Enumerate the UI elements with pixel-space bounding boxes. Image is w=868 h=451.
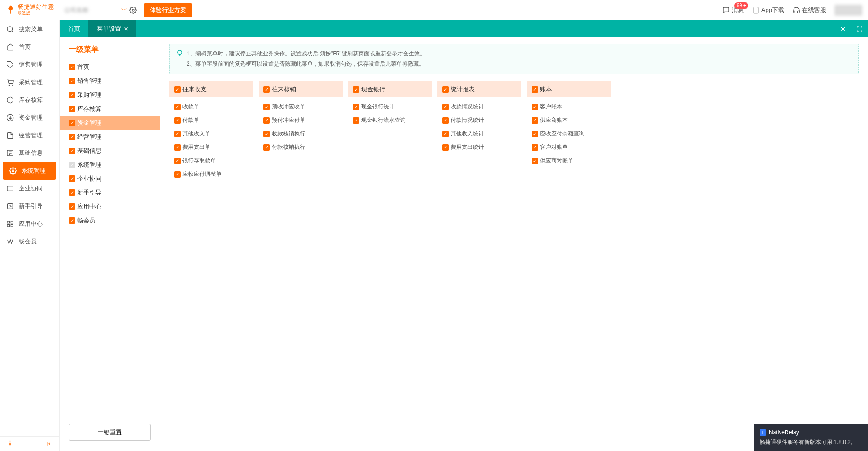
group-item[interactable]: ✓收款核销执行 xyxy=(259,127,343,141)
level1-item[interactable]: ✓库存核算 xyxy=(60,102,160,116)
group-header[interactable]: ✓统计报表 xyxy=(437,81,521,97)
group-item[interactable]: ✓供应商账本 xyxy=(527,114,611,127)
group-item[interactable]: ✓收款单 xyxy=(169,100,253,114)
checkbox-icon[interactable]: ✓ xyxy=(442,104,449,110)
group-item[interactable]: ✓客户账本 xyxy=(527,100,611,114)
checkbox-icon[interactable]: ✓ xyxy=(442,131,449,137)
checkbox-icon[interactable]: ✓ xyxy=(532,131,538,137)
sidebar-item-vip[interactable]: 畅会员 xyxy=(0,233,59,250)
group-header[interactable]: ✓账本 xyxy=(527,81,611,97)
checkbox-icon[interactable]: ✓ xyxy=(69,189,75,196)
group-header[interactable]: ✓往来核销 xyxy=(259,81,343,97)
tab-home[interactable]: 首页 xyxy=(60,20,88,37)
checkbox-icon[interactable]: ✓ xyxy=(353,117,359,124)
level1-item[interactable]: ✓应用中心 xyxy=(60,200,160,214)
checkbox-icon[interactable]: ✓ xyxy=(69,175,75,182)
group-item[interactable]: ✓其他收入单 xyxy=(169,127,253,141)
sidebar-item-info[interactable]: 基础信息 xyxy=(0,144,59,162)
group-item[interactable]: ✓应收应付调整单 xyxy=(169,168,253,181)
sidebar-item-guide[interactable]: 新手引导 xyxy=(0,197,59,215)
group-header[interactable]: ✓往来收支 xyxy=(169,81,253,97)
checkbox-icon[interactable]: ✓ xyxy=(69,78,75,84)
checkbox-icon[interactable]: ✓ xyxy=(532,117,538,124)
group-item[interactable]: ✓付款情况统计 xyxy=(437,114,521,127)
sidebar-item-home[interactable]: 首页 xyxy=(0,38,59,56)
level1-item[interactable]: ✓畅会员 xyxy=(60,214,160,228)
level1-item[interactable]: ✓基础信息 xyxy=(60,144,160,158)
trial-solution-button[interactable]: 体验行业方案 xyxy=(144,3,192,17)
checkbox-icon[interactable]: ✓ xyxy=(69,162,75,168)
checkbox-icon[interactable]: ✓ xyxy=(174,104,181,110)
checkbox-icon[interactable]: ✓ xyxy=(174,86,181,93)
sidebar-item-team[interactable]: 企业协同 xyxy=(0,180,59,197)
checkbox-icon[interactable]: ✓ xyxy=(442,117,449,124)
checkbox-icon[interactable]: ✓ xyxy=(442,86,449,93)
group-item[interactable]: ✓其他收入统计 xyxy=(437,127,521,141)
user-avatar[interactable] xyxy=(834,5,862,16)
checkbox-icon[interactable]: ✓ xyxy=(353,104,359,110)
checkbox-icon[interactable]: ✓ xyxy=(69,217,75,224)
sidebar-item-gear[interactable]: 系统管理 xyxy=(3,162,56,180)
settings-icon[interactable] xyxy=(127,4,139,16)
checkbox-icon[interactable]: ✓ xyxy=(69,134,75,140)
group-item[interactable]: ✓供应商对账单 xyxy=(527,154,611,168)
group-item[interactable]: ✓付款核销执行 xyxy=(259,141,343,154)
checkbox-icon[interactable]: ✓ xyxy=(263,117,270,124)
reset-button[interactable]: 一键重置 xyxy=(69,424,151,441)
checkbox-icon[interactable]: ✓ xyxy=(353,86,359,93)
checkbox-icon[interactable]: ✓ xyxy=(69,148,75,154)
sidebar-item-box[interactable]: 库存核算 xyxy=(0,91,59,109)
sidebar-item-money[interactable]: 资金管理 xyxy=(0,109,59,127)
sidebar-item-doc[interactable]: 经营管理 xyxy=(0,127,59,144)
checkbox-icon[interactable]: ✓ xyxy=(69,203,75,210)
messages-link[interactable]: 消息 99 + xyxy=(722,6,744,14)
checkbox-icon[interactable]: ✓ xyxy=(174,158,181,164)
group-item[interactable]: ✓预付冲应付单 xyxy=(259,114,343,127)
online-service-link[interactable]: 在线客服 xyxy=(793,6,826,14)
checkbox-icon[interactable]: ✓ xyxy=(174,144,181,151)
group-item[interactable]: ✓预收冲应收单 xyxy=(259,100,343,114)
level1-item[interactable]: ✓新手引导 xyxy=(60,186,160,200)
sidebar-collapse-icon[interactable] xyxy=(46,440,53,447)
fullscreen-icon[interactable] xyxy=(851,20,868,37)
group-item[interactable]: ✓客户对账单 xyxy=(527,141,611,154)
chevron-down-icon[interactable]: ﹀ xyxy=(121,6,127,14)
level1-item[interactable]: ✓经营管理 xyxy=(60,130,160,144)
checkbox-icon[interactable]: ✓ xyxy=(532,144,538,151)
checkbox-icon[interactable]: ✓ xyxy=(532,158,538,164)
checkbox-icon[interactable]: ✓ xyxy=(69,120,75,126)
checkbox-icon[interactable]: ✓ xyxy=(69,106,75,112)
checkbox-icon[interactable]: ✓ xyxy=(263,104,270,110)
sidebar-item-search[interactable]: 搜索菜单 xyxy=(0,20,59,38)
checkbox-icon[interactable]: ✓ xyxy=(69,92,75,98)
group-item[interactable]: ✓收款情况统计 xyxy=(437,100,521,114)
checkbox-icon[interactable]: ✓ xyxy=(69,64,75,70)
checkbox-icon[interactable]: ✓ xyxy=(532,86,538,93)
level1-item[interactable]: ✓资金管理 xyxy=(60,116,160,130)
tab-close-all-icon[interactable]: ✕ xyxy=(834,20,851,37)
checkbox-icon[interactable]: ✓ xyxy=(174,171,181,178)
checkbox-icon[interactable]: ✓ xyxy=(532,104,538,110)
level1-item[interactable]: ✓企业协同 xyxy=(60,172,160,186)
checkbox-icon[interactable]: ✓ xyxy=(263,144,270,151)
checkbox-icon[interactable]: ✓ xyxy=(263,131,270,137)
sidebar-settings-icon[interactable] xyxy=(7,440,13,447)
group-item[interactable]: ✓现金银行流水查询 xyxy=(348,114,432,127)
group-item[interactable]: ✓银行存取款单 xyxy=(169,154,253,168)
group-header[interactable]: ✓现金银行 xyxy=(348,81,432,97)
group-item[interactable]: ✓费用支出统计 xyxy=(437,141,521,154)
group-item[interactable]: ✓付款单 xyxy=(169,114,253,127)
update-toast[interactable]: T NativeRelay 畅捷通硬件服务有新版本可用:1.8.0.2, xyxy=(754,424,868,451)
group-item[interactable]: ✓应收应付余额查询 xyxy=(527,127,611,141)
group-item[interactable]: ✓现金银行统计 xyxy=(348,100,432,114)
level1-item[interactable]: ✓首页 xyxy=(60,60,160,74)
level1-item[interactable]: ✓采购管理 xyxy=(60,88,160,102)
app-download-link[interactable]: App下载 xyxy=(752,6,784,14)
level1-item[interactable]: ✓系统管理 xyxy=(60,158,160,172)
sidebar-item-tag[interactable]: 销售管理 xyxy=(0,56,59,74)
level1-item[interactable]: ✓销售管理 xyxy=(60,74,160,88)
company-selector[interactable]: 公司名称 xyxy=(60,6,93,14)
group-item[interactable]: ✓费用支出单 xyxy=(169,141,253,154)
tab-menu-settings[interactable]: 菜单设置 ✕ xyxy=(88,20,136,37)
sidebar-item-app[interactable]: 应用中心 xyxy=(0,215,59,233)
